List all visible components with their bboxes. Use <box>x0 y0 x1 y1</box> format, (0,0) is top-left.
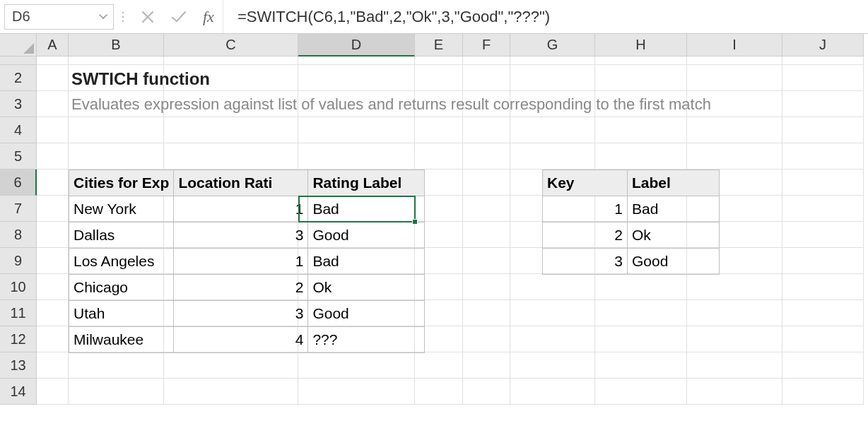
cell-reference: D6 <box>12 8 30 25</box>
row-header-5[interactable]: 5 <box>0 143 37 170</box>
cell-label[interactable]: Bad <box>308 196 425 222</box>
table-row: 3Good <box>543 249 720 275</box>
col-header-H[interactable]: H <box>595 34 687 57</box>
cell-rating[interactable]: 3 <box>174 222 308 249</box>
table-row: Utah3Good <box>69 301 425 327</box>
page-title: SWTICH function <box>71 69 210 89</box>
row-header-13[interactable]: 13 <box>0 352 37 379</box>
table-row: Milwaukee4??? <box>69 327 425 353</box>
row-header-9[interactable]: 9 <box>0 248 37 274</box>
row-header-10[interactable]: 10 <box>0 274 37 300</box>
svg-point-0 <box>122 11 124 13</box>
row-header-14[interactable]: 14 <box>0 379 37 405</box>
table-row: Los Angeles1Bad <box>69 249 425 275</box>
key-table: Key Label 1Bad2Ok3Good <box>542 170 720 275</box>
cell-key[interactable]: 1 <box>543 196 628 222</box>
col-header-A[interactable]: A <box>37 34 69 57</box>
column-headers: ABCDEFGHIJ <box>37 34 864 57</box>
fx-label[interactable]: fx <box>194 8 223 26</box>
fill-handle[interactable] <box>412 219 418 225</box>
row-header-3[interactable]: 3 <box>0 91 37 117</box>
page-subtitle: Evaluates expression against list of val… <box>71 95 711 114</box>
cell-city[interactable]: Dallas <box>69 222 174 249</box>
cell-city[interactable]: Utah <box>69 301 174 327</box>
table-row: New York1Bad <box>69 196 425 222</box>
cell-city[interactable]: Milwaukee <box>69 327 174 353</box>
svg-point-1 <box>122 16 124 18</box>
col-label[interactable]: Rating Label <box>308 170 425 196</box>
select-all-corner[interactable] <box>0 34 37 57</box>
cell-key-label[interactable]: Good <box>628 249 720 275</box>
x-icon <box>141 11 154 23</box>
cell-label[interactable]: Ok <box>308 275 425 301</box>
enter-button[interactable] <box>163 2 194 32</box>
col-header-E[interactable]: E <box>415 34 463 57</box>
cell-rating[interactable]: 3 <box>174 301 308 327</box>
col-rating[interactable]: Location Rati <box>174 170 308 196</box>
cancel-button[interactable] <box>132 2 163 32</box>
formula-bar-divider <box>119 4 127 30</box>
col-key-label[interactable]: Label <box>628 170 720 196</box>
cell-key[interactable]: 2 <box>543 222 628 249</box>
cell-rating[interactable]: 1 <box>174 249 308 275</box>
cells-surface[interactable]: SWTICH function Evaluates expression aga… <box>37 57 868 405</box>
col-header-B[interactable]: B <box>69 34 164 57</box>
formula-input[interactable]: =SWITCH(C6,1,"Bad",2,"Ok",3,"Good","???"… <box>223 0 868 33</box>
cell-key-label[interactable]: Ok <box>628 222 720 249</box>
formula-bar: D6 fx =SWITCH(C6,1,"Bad",2,"Ok",3,"Good"… <box>0 0 868 34</box>
cell-label[interactable]: Good <box>308 301 425 327</box>
col-header-I[interactable]: I <box>687 34 782 57</box>
table-header-row: Key Label <box>543 170 720 196</box>
name-box[interactable]: D6 <box>4 4 114 30</box>
cell-city[interactable]: New York <box>69 196 174 222</box>
col-cities[interactable]: Cities for Exp <box>69 170 174 196</box>
table-row: 2Ok <box>543 222 720 249</box>
table-row: 1Bad <box>543 196 720 222</box>
cell-key[interactable]: 3 <box>543 249 628 275</box>
cell-label[interactable]: Bad <box>308 249 425 275</box>
row-header-6[interactable]: 6 <box>0 170 37 196</box>
cell-rating[interactable]: 2 <box>174 275 308 301</box>
table-row: Dallas3Good <box>69 222 425 249</box>
cell-city[interactable]: Los Angeles <box>69 249 174 275</box>
row-header-4[interactable]: 4 <box>0 117 37 143</box>
row-header-2[interactable]: 2 <box>0 65 37 91</box>
col-header-G[interactable]: G <box>510 34 595 57</box>
cell-key-label[interactable]: Bad <box>628 196 720 222</box>
table-header-row: Cities for Exp Location Rati Rating Labe… <box>69 170 425 196</box>
main-table: Cities for Exp Location Rati Rating Labe… <box>69 170 425 353</box>
row-header-7[interactable]: 7 <box>0 196 37 222</box>
cell-label[interactable]: ??? <box>308 327 425 353</box>
row-header-12[interactable]: 12 <box>0 326 37 352</box>
row-header-11[interactable]: 11 <box>0 300 37 326</box>
cell-city[interactable]: Chicago <box>69 275 174 301</box>
col-header-F[interactable]: F <box>463 34 510 57</box>
col-header-D[interactable]: D <box>298 34 415 57</box>
name-box-dropdown-icon[interactable] <box>99 14 107 20</box>
col-header-J[interactable]: J <box>782 34 864 57</box>
row-header-8[interactable]: 8 <box>0 222 37 248</box>
check-icon <box>171 11 187 23</box>
row-headers: 234567891011121314 <box>0 57 37 405</box>
cell-rating[interactable]: 4 <box>174 327 308 353</box>
col-key[interactable]: Key <box>543 170 628 196</box>
row-header-1[interactable] <box>0 57 37 65</box>
cell-rating[interactable]: 1 <box>174 196 308 222</box>
cell-label[interactable]: Good <box>308 222 425 249</box>
formula-text: =SWITCH(C6,1,"Bad",2,"Ok",3,"Good","???"… <box>237 8 550 26</box>
col-header-C[interactable]: C <box>164 34 298 57</box>
table-row: Chicago2Ok <box>69 275 425 301</box>
svg-point-2 <box>122 20 124 22</box>
